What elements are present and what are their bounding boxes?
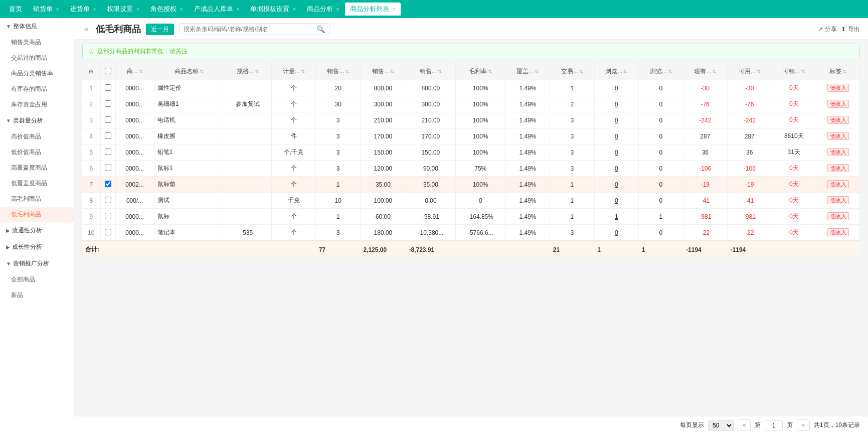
- row-browse1-3[interactable]: 0: [594, 128, 638, 144]
- row-spec-5: [224, 161, 272, 177]
- sidebar-group-flow[interactable]: ▶ 流通性分析: [0, 222, 74, 239]
- row-browse1-1[interactable]: 0: [594, 96, 638, 112]
- sort-icon-qty[interactable]: ⇅: [345, 69, 349, 74]
- row-check-7[interactable]: [100, 193, 115, 209]
- page-input[interactable]: [765, 420, 783, 430]
- nav-close-templates[interactable]: ×: [291, 7, 296, 12]
- nav-analysis-list[interactable]: 商品分析列表 ×: [345, 3, 401, 16]
- sort-icon-transaction[interactable]: ⇅: [579, 69, 583, 74]
- sidebar-item-all-goods[interactable]: 全部商品: [0, 272, 74, 287]
- sort-icon-available[interactable]: ⇅: [757, 69, 761, 74]
- row-browse1-6[interactable]: 0: [594, 177, 638, 193]
- sort-icon-tag[interactable]: ⇅: [842, 69, 846, 74]
- sidebar-item-high-coverage[interactable]: 高覆盖度商品: [0, 160, 74, 176]
- row-check-4[interactable]: [100, 144, 115, 161]
- row-browse1-7[interactable]: 0: [594, 193, 638, 209]
- export-button[interactable]: ⬆ 导出: [841, 25, 860, 34]
- row-check-2[interactable]: [100, 112, 115, 128]
- nav-templates[interactable]: 单据模板设置 ×: [245, 3, 301, 16]
- nav-permissions[interactable]: 权限设置 ×: [102, 3, 144, 16]
- row-name-4[interactable]: 铅笔1: [154, 144, 224, 161]
- row-gross-margin-3: 100%: [455, 128, 505, 144]
- sidebar-item-traded-goods[interactable]: 交易过的商品: [0, 50, 74, 66]
- row-browse1-8[interactable]: 1: [594, 209, 638, 225]
- prev-page-btn[interactable]: ＜: [738, 419, 751, 431]
- sort-icon-margin[interactable]: ⇅: [488, 69, 492, 74]
- nav-roles[interactable]: 角色授权 ×: [145, 3, 188, 16]
- row-name-3[interactable]: 橡皮擦: [154, 128, 224, 144]
- nav-close-analysis[interactable]: ×: [335, 7, 339, 12]
- nav-purchase[interactable]: 进货单 ×: [65, 3, 101, 16]
- sort-icon-sellable[interactable]: ⇅: [801, 69, 805, 74]
- row-sales-price-2: 210.00: [360, 112, 406, 128]
- row-browse1-9[interactable]: 0: [594, 225, 638, 241]
- row-name-7[interactable]: 测试: [154, 193, 224, 209]
- sort-icon-code[interactable]: ⇅: [139, 69, 143, 74]
- nav-close-sales[interactable]: ×: [55, 7, 59, 12]
- row-name-6[interactable]: 鼠标垫: [154, 177, 224, 193]
- sidebar-item-new-goods[interactable]: 新品: [0, 287, 74, 303]
- sidebar-item-low-coverage[interactable]: 低覆盖度商品: [0, 176, 74, 191]
- row-name-9[interactable]: 笔记本: [154, 225, 224, 241]
- sort-icon-browse1[interactable]: ⇅: [623, 69, 627, 74]
- sort-icon-price[interactable]: ⇅: [390, 69, 394, 74]
- nav-close-purchase[interactable]: ×: [92, 7, 96, 12]
- nav-analysis[interactable]: 商品分析 ×: [302, 3, 344, 16]
- row-check-1[interactable]: [100, 96, 115, 112]
- row-browse1-2[interactable]: 0: [594, 112, 638, 128]
- sidebar-item-sales-goods[interactable]: 销售类商品: [0, 35, 74, 50]
- row-check-8[interactable]: [100, 209, 115, 225]
- next-page-btn[interactable]: ＞: [797, 419, 810, 431]
- row-browse1-4[interactable]: 0: [594, 144, 638, 161]
- sort-icon-current[interactable]: ⇅: [712, 69, 716, 74]
- row-name-2[interactable]: 电话机: [154, 112, 224, 128]
- sidebar-item-low-margin[interactable]: 低毛利商品: [0, 207, 74, 222]
- sort-icon-spec[interactable]: ⇅: [255, 69, 259, 74]
- nav-close-products[interactable]: ×: [235, 7, 240, 12]
- nav-products[interactable]: 产成品入库单 ×: [189, 3, 245, 16]
- share-button[interactable]: ↗ 分享: [818, 25, 837, 34]
- sidebar-item-high-margin[interactable]: 高毛利商品: [0, 191, 74, 207]
- nav-close-analysis-list[interactable]: ×: [391, 7, 396, 12]
- sort-icon-browse2[interactable]: ⇅: [668, 69, 672, 74]
- sidebar-group-marketing[interactable]: ▼ 营销推广分析: [0, 255, 74, 272]
- sidebar-item-low-value[interactable]: 低价值商品: [0, 144, 74, 160]
- row-check-0[interactable]: [100, 80, 115, 96]
- row-name-1[interactable]: 吴细细1: [154, 96, 224, 112]
- sidebar-group-overall[interactable]: ▼ 整体信息: [0, 18, 74, 35]
- nav-home[interactable]: 首页: [4, 3, 27, 16]
- nav-sales[interactable]: 销货单 ×: [28, 3, 64, 16]
- nav-close-permissions[interactable]: ×: [135, 7, 139, 12]
- search-input[interactable]: [184, 26, 316, 33]
- row-num-5: 6: [82, 161, 100, 177]
- row-check-6[interactable]: [100, 177, 115, 193]
- sort-icon-coverage[interactable]: ⇅: [535, 69, 539, 74]
- row-browse1-0[interactable]: 0: [594, 80, 638, 96]
- row-name-8[interactable]: 鼠标: [154, 209, 224, 225]
- sort-icon-unit[interactable]: ⇅: [301, 69, 305, 74]
- sidebar-group-cluster[interactable]: ▼ 类群量分析: [0, 112, 74, 129]
- sort-icon-name[interactable]: ⇅: [200, 69, 204, 74]
- sidebar-item-stock-goods[interactable]: 有库存的商品: [0, 81, 74, 97]
- row-check-9[interactable]: [100, 225, 115, 241]
- sidebar-item-high-value[interactable]: 高价值商品: [0, 129, 74, 144]
- nav-close-roles[interactable]: ×: [179, 7, 183, 12]
- row-check-5[interactable]: [100, 161, 115, 177]
- col-settings[interactable]: ⚙: [82, 63, 100, 80]
- row-browse1-5[interactable]: 0: [594, 161, 638, 177]
- sidebar-item-stock-capital[interactable]: 库存资金占用: [0, 97, 74, 112]
- row-check-3[interactable]: [100, 128, 115, 144]
- row-unit-5: 个: [271, 161, 315, 177]
- select-all-checkbox[interactable]: [105, 68, 111, 74]
- row-spec-0: [224, 80, 272, 96]
- sort-icon-amount[interactable]: ⇅: [438, 69, 442, 74]
- sidebar-collapse-btn[interactable]: «: [82, 25, 91, 34]
- row-name-5[interactable]: 鼠标1: [154, 161, 224, 177]
- sidebar-item-category-rate[interactable]: 商品分类销售率: [0, 66, 74, 81]
- row-name-0[interactable]: 属性定价: [154, 80, 224, 96]
- row-unit-4: 个,千克: [271, 144, 315, 161]
- filter-period-btn[interactable]: 近一月: [146, 24, 174, 35]
- page-size-select[interactable]: 50 100 200: [708, 420, 734, 431]
- sidebar-group-growth[interactable]: ▶ 成长性分析: [0, 239, 74, 255]
- col-checkbox[interactable]: [100, 63, 115, 80]
